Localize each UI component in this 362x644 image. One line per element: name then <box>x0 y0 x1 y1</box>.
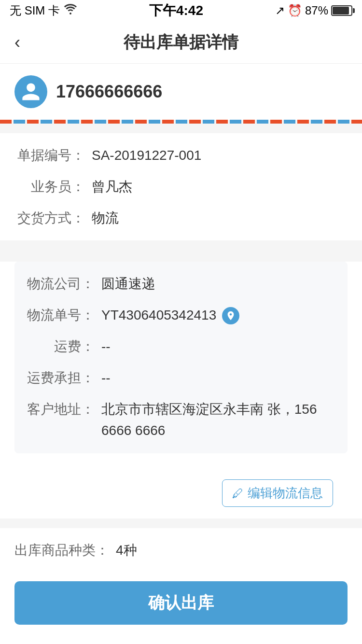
address-value: 北京市市辖区海淀区永丰南 张，156 6666 6666 <box>101 399 338 442</box>
salesperson-value: 曾凡杰 <box>92 176 348 198</box>
order-no-label: 单据编号： <box>14 145 92 167</box>
freight-bear-value: -- <box>101 367 338 389</box>
tracking-no-label: 物流单号： <box>24 305 101 326</box>
dashed-divider <box>0 120 362 124</box>
carrier-text: 无 SIM 卡 <box>10 3 60 18</box>
goods-type-value: 4种 <box>116 540 348 561</box>
battery-percent: 87% <box>305 4 328 17</box>
logistics-company-value: 圆通速递 <box>101 273 338 295</box>
confirm-outbound-button[interactable]: 确认出库 <box>14 581 348 625</box>
status-bar: 无 SIM 卡 下午4:42 ↗ ⏰ 87% <box>0 0 362 21</box>
status-time: 下午4:42 <box>149 1 203 20</box>
page-title: 待出库单据详情 <box>124 31 238 54</box>
delivery-method-value: 物流 <box>92 208 348 229</box>
delivery-method-label: 交货方式： <box>14 208 92 229</box>
back-button[interactable]: ‹ <box>14 32 20 53</box>
order-no-row: 单据编号： SA-20191227-001 <box>14 145 348 167</box>
salesperson-label: 业务员： <box>14 176 92 198</box>
logistics-box: 物流公司： 圆通速递 物流单号： YT4306405342413 运费： -- <box>14 262 348 453</box>
customer-phone: 17666666666 <box>56 82 162 102</box>
section-gap-2 <box>0 240 362 250</box>
address-label: 客户地址： <box>24 399 101 420</box>
customer-header: 17666666666 <box>0 64 362 120</box>
alarm-icon: ⏰ <box>288 4 302 17</box>
status-right: ↗ ⏰ 87% <box>275 4 352 17</box>
freight-bear-label: 运费承担： <box>24 367 101 389</box>
track-location-icon[interactable] <box>222 307 239 324</box>
order-no-value: SA-20191227-001 <box>92 145 348 167</box>
logistics-company-row: 物流公司： 圆通速递 <box>24 273 338 295</box>
freight-label: 运费： <box>24 336 101 358</box>
goods-type-row: 出库商品种类： 4种 <box>14 540 348 561</box>
tracking-no-row: 物流单号： YT4306405342413 <box>24 305 338 326</box>
section-gap-1 <box>0 124 362 133</box>
edit-btn-wrapper: 🖊 编辑物流信息 <box>0 465 362 518</box>
location-service-icon: ↗ <box>275 4 285 17</box>
goods-type-label: 出库商品种类： <box>14 540 116 561</box>
section-gap-3 <box>0 518 362 528</box>
freight-bear-row: 运费承担： -- <box>24 367 338 389</box>
logistics-company-label: 物流公司： <box>24 273 101 295</box>
battery-icon <box>331 5 352 16</box>
wifi-icon <box>64 4 77 17</box>
bottom-area: 确认出库 <box>0 572 362 644</box>
status-left: 无 SIM 卡 <box>10 3 77 18</box>
logistics-section: 物流公司： 圆通速递 物流单号： YT4306405342413 运费： -- <box>0 262 362 518</box>
order-info-card: 单据编号： SA-20191227-001 业务员： 曾凡杰 交货方式： 物流 <box>0 133 362 240</box>
tracking-no-value: YT4306405342413 <box>101 305 338 326</box>
address-row: 客户地址： 北京市市辖区海淀区永丰南 张，156 6666 6666 <box>24 399 338 442</box>
freight-row: 运费： -- <box>24 336 338 358</box>
delivery-method-row: 交货方式： 物流 <box>14 208 348 229</box>
freight-value: -- <box>101 336 338 358</box>
edit-logistics-button[interactable]: 🖊 编辑物流信息 <box>222 479 333 507</box>
nav-bar: ‹ 待出库单据详情 <box>0 21 362 64</box>
salesperson-row: 业务员： 曾凡杰 <box>14 176 348 198</box>
avatar <box>14 75 47 108</box>
page-content: 17666666666 单据编号： SA-20191227-001 业务员： 曾… <box>0 64 362 644</box>
edit-icon: 🖊 <box>232 487 244 500</box>
